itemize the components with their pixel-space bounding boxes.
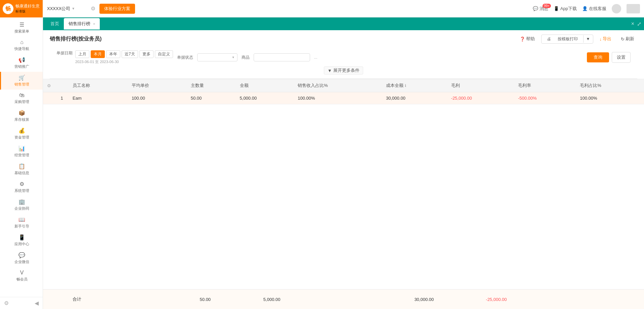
collapse-icon[interactable]: ◀ [35, 300, 39, 306]
sidebar-item-basics[interactable]: 📋 基础信息 [0, 160, 43, 178]
sidebar-item-sales[interactable]: 🛒 销售管理 [0, 72, 43, 90]
sidebar-label-system: 系统管理 [14, 188, 29, 193]
status-select-wrapper [197, 53, 238, 61]
app-download-label: App下载 [560, 6, 577, 12]
footer-sales-pct [331, 293, 411, 306]
row-cost: 30,000.00 [382, 92, 447, 104]
message-btn[interactable]: 💬 消息 99+ [533, 6, 548, 12]
goods-more-icon[interactable]: ... [314, 55, 317, 60]
row-sales-pct: 100.00% [294, 92, 382, 104]
company-name: XXXXX公司 [47, 6, 70, 12]
col-avg-price: 平均单价 [128, 79, 187, 92]
service-icon: 👤 [582, 6, 588, 11]
table-header-row: ⚙ 员工名称 平均单价 主数量 全额 销售收入占比% 成本全额 ℹ 毛利 毛利率… [43, 79, 644, 92]
company-settings-icon[interactable]: ⚙ [91, 5, 95, 12]
row-gross: -25,000.00 [447, 92, 514, 104]
date-more-btn[interactable]: 更多 [139, 50, 154, 58]
sidebar-label-marketing: 营销推广 [14, 64, 29, 69]
col-rank [55, 79, 69, 92]
sidebar-label-guide: 新手引导 [14, 224, 29, 229]
sidebar-icon-member: V [20, 270, 24, 276]
status-select[interactable] [197, 53, 238, 61]
settings-gear-icon[interactable]: ⚙ [4, 300, 9, 306]
main-area: XXXXX公司 ▼ ⚙ 体验行业方案 💬 消息 99+ 📱 App下载 👤 在线… [43, 0, 644, 309]
sidebar-icon-operations: 📊 [18, 145, 25, 152]
refresh-button[interactable]: ↻ 刷新 [618, 34, 637, 44]
date-prev-month-btn[interactable]: 上月 [75, 50, 89, 58]
col-gross: 毛利 [447, 79, 514, 92]
tab-close-icon[interactable]: × [93, 22, 95, 26]
print-dropdown-icon[interactable]: ▼ [584, 35, 593, 43]
header-right: 💬 消息 99+ 📱 App下载 👤 在线客服 [533, 4, 640, 13]
top-header: XXXXX公司 ▼ ⚙ 体验行业方案 💬 消息 99+ 📱 App下载 👤 在线… [43, 0, 644, 17]
sidebar-item-marketing[interactable]: 📢 营销推广 [0, 54, 43, 72]
help-button[interactable]: ❓ 帮助 [517, 34, 538, 44]
sidebar-item-system[interactable]: ⚙ 系统管理 [0, 178, 43, 196]
trial-button[interactable]: 体验行业方案 [99, 4, 135, 14]
sidebar-label-enterprise: 企业协同 [14, 206, 29, 211]
date-custom-btn[interactable]: 自定义 [155, 50, 173, 58]
sidebar-item-apps[interactable]: 📱 应用中心 [0, 231, 43, 249]
sidebar-icon-wechat: 💬 [18, 252, 25, 258]
date-curr-month-btn[interactable]: 本月 [91, 50, 105, 58]
company-selector[interactable]: XXXXX公司 ▼ [47, 6, 87, 12]
col-gross-rate: 毛利率 [514, 79, 576, 92]
footer-table: 合计 50.00 5,000.00 30,000.00 -25,000.00 [43, 293, 644, 306]
sidebar-label-apps: 应用中心 [14, 242, 29, 247]
sidebar-icon-marketing: 📢 [18, 57, 25, 63]
row-rank: 1 [55, 92, 69, 104]
sidebar-item-shortcuts[interactable]: ⌂ 快捷导航 [0, 37, 43, 54]
date-year-btn[interactable]: 本年 [106, 50, 120, 58]
sidebar: 畅 畅康通好生意 标准版 ☰ 搜索菜单 ⌂ 快捷导航 📢 营销推广 🛒 销售管理… [0, 0, 43, 309]
date-week-btn[interactable]: 近7天 [122, 50, 138, 58]
col-cost: 成本全额 ℹ [382, 79, 447, 92]
tab-home[interactable]: 首页 [46, 18, 64, 30]
app-download-btn[interactable]: 📱 App下载 [554, 6, 577, 12]
sidebar-icon-sales: 🛒 [18, 74, 25, 81]
sidebar-item-operations[interactable]: 📊 经营管理 [0, 143, 43, 160]
sidebar-label-member: 畅会员 [16, 277, 28, 282]
sidebar-item-enterprise[interactable]: 🏢 企业协同 [0, 196, 43, 214]
tab-sales-ranking[interactable]: 销售排行榜 × [64, 18, 100, 30]
page-header: 销售排行榜(按业务员) ❓ 帮助 🖨 按模板打印 ▼ [43, 30, 644, 79]
sidebar-label-finance: 资金管理 [14, 135, 29, 140]
print-btn[interactable]: 🖨 按模板打印 [542, 35, 583, 43]
download-icon: 📱 [554, 6, 559, 11]
expand-row: ▼ 展开更多条件 [56, 64, 631, 75]
table-row: 1 Eam 100.00 50.00 5,000.00 100.00% 30,0… [43, 92, 644, 104]
col-amount: 全额 [236, 79, 294, 92]
query-button[interactable]: 查询 [587, 52, 609, 62]
sidebar-item-finance[interactable]: 💰 资金管理 [0, 125, 43, 143]
user-info[interactable] [627, 4, 640, 13]
service-label: 在线客服 [589, 6, 606, 12]
sidebar-item-wechat[interactable]: 💬 企业微信 [0, 249, 43, 267]
expand-label: 展开更多条件 [333, 67, 359, 73]
sidebar-label-wechat: 企业微信 [14, 259, 29, 264]
online-service-btn[interactable]: 👤 在线客服 [582, 6, 606, 12]
message-icon: 💬 [533, 6, 538, 11]
filter-area: 单据日期 上月 本月 本年 近7天 更多 自定义 2023-06-01 至 20… [50, 47, 637, 79]
sidebar-item-inventory[interactable]: 📦 库存核算 [0, 107, 43, 125]
footer-gross: -25,000.00 [482, 293, 553, 306]
sidebar-item-guide[interactable]: 📖 新手引导 [0, 214, 43, 231]
help-label: 帮助 [526, 36, 535, 42]
sidebar-label-shortcuts: 快捷导航 [14, 46, 29, 51]
sidebar-icon-basics: 📋 [18, 163, 25, 169]
tab-maximize-icon[interactable]: ⤢ [637, 21, 641, 27]
sidebar-item-purchase[interactable]: 🛍 采购管理 [0, 90, 43, 107]
footer-cost: 30,000.00 [410, 293, 482, 306]
sidebar-label-inventory: 库存核算 [14, 117, 29, 122]
export-label: 导出 [603, 36, 611, 42]
settings-button[interactable]: 设置 [612, 52, 631, 63]
avatar[interactable] [612, 4, 621, 13]
goods-input[interactable] [254, 53, 310, 61]
expand-more-button[interactable]: ▼ 展开更多条件 [324, 66, 363, 74]
sidebar-icon-inventory: 📦 [18, 110, 25, 116]
export-button[interactable]: ↓ 导出 [597, 34, 615, 44]
filter-right-group: 查询 设置 [587, 52, 631, 63]
sidebar-item-member[interactable]: V 畅会员 [0, 267, 43, 285]
tab-close-window-icon[interactable]: × [631, 21, 634, 27]
col-quantity: 主数量 [187, 79, 236, 92]
cost-info-icon[interactable]: ℹ [405, 84, 406, 88]
sidebar-item-search[interactable]: ☰ 搜索菜单 [0, 19, 43, 37]
